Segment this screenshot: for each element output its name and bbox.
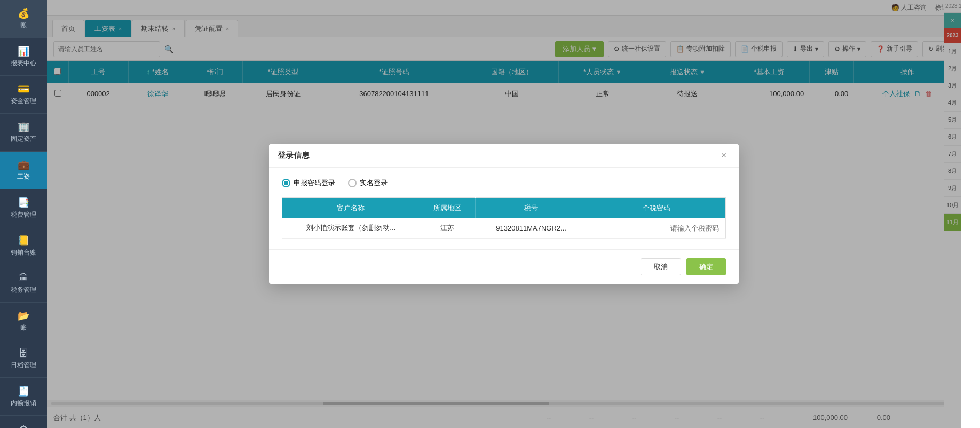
inner-cell-region: 江苏 xyxy=(420,218,475,239)
sidebar-item-报表中心[interactable]: 📊 报表中心 xyxy=(0,38,47,76)
报表-icon: 📊 xyxy=(0,45,47,57)
sidebar-item-日档管理[interactable]: 🗄 日档管理 xyxy=(0,340,47,378)
sidebar-item-税务管理[interactable]: 🏛 税务管理 xyxy=(0,265,47,303)
cancel-button[interactable]: 取消 xyxy=(641,258,681,275)
sidebar-item-内畅报销[interactable]: 🧾 内畅报销 xyxy=(0,378,47,416)
日档-icon: 🗄 xyxy=(0,348,47,359)
工资-icon: 💼 xyxy=(0,159,47,171)
sidebar-item-固定资产[interactable]: 🏢 固定资产 xyxy=(0,114,47,152)
modal-title: 登录信息 xyxy=(278,150,310,161)
sidebar: 💰 账 📊 报表中心 💳 资金管理 🏢 固定资产 💼 工资 📑 税费管理 📒 销… xyxy=(0,0,47,428)
modal-header: 登录信息 × xyxy=(269,144,739,168)
modal-body: 申报密码登录 实名登录 客户名称 所属地区 税号 个税密码 xyxy=(269,168,739,249)
sidebar-item-资金管理[interactable]: 💳 资金管理 xyxy=(0,76,47,114)
账-icon: 💰 xyxy=(0,7,47,19)
radio-group: 申报密码登录 实名登录 xyxy=(282,178,726,188)
固定资产-icon: 🏢 xyxy=(0,121,47,133)
radio-password-dot xyxy=(282,179,290,187)
税务-icon: 🏛 xyxy=(0,273,47,284)
confirm-button[interactable]: 确定 xyxy=(686,258,726,275)
modal: 登录信息 × 申报密码登录 实名登录 客户名称 所属 xyxy=(269,144,739,284)
报销-icon: 🧾 xyxy=(0,385,47,397)
sidebar-item-工资[interactable]: 💼 工资 xyxy=(0,152,47,189)
inner-col-taxid: 税号 xyxy=(475,198,587,218)
税费-icon: 📑 xyxy=(0,197,47,209)
inner-col-name: 客户名称 xyxy=(282,198,420,218)
inner-col-region: 所属地区 xyxy=(420,198,475,218)
password-input[interactable] xyxy=(594,224,719,232)
sidebar-item-税费管理[interactable]: 📑 税费管理 xyxy=(0,189,47,227)
inner-cell-password[interactable] xyxy=(587,218,726,239)
sidebar-item-设[interactable]: ⚙ 设 xyxy=(0,416,47,428)
sidebar-item-账[interactable]: 💰 账 xyxy=(0,0,47,38)
inner-col-password: 个税密码 xyxy=(587,198,726,218)
radio-realname-dot xyxy=(348,179,357,187)
inner-table-row: 刘小艳演示账套（勿删勿动... 江苏 91320811MA7NGR2... xyxy=(282,218,726,239)
sidebar-item-账2[interactable]: 📂 账 xyxy=(0,303,47,340)
inner-cell-taxid: 91320811MA7NGR2... xyxy=(475,218,587,239)
资金-icon: 💳 xyxy=(0,83,47,95)
设-icon: ⚙ xyxy=(0,423,47,428)
销-icon: 📒 xyxy=(0,235,47,247)
radio-realname-login[interactable]: 实名登录 xyxy=(348,178,388,188)
账2-icon: 📂 xyxy=(0,310,47,322)
modal-overlay: 登录信息 × 申报密码登录 实名登录 客户名称 所属 xyxy=(47,0,961,428)
modal-footer: 取消 确定 xyxy=(269,249,739,284)
modal-close-button[interactable]: × xyxy=(717,149,730,162)
radio-password-login[interactable]: 申报密码登录 xyxy=(282,178,335,188)
sidebar-item-销销台账[interactable]: 📒 销销台账 xyxy=(0,227,47,265)
right-sidebar xyxy=(961,0,980,428)
inner-cell-name: 刘小艳演示账套（勿删勿动... xyxy=(282,218,420,239)
inner-table: 客户名称 所属地区 税号 个税密码 刘小艳演示账套（勿删勿动... 江苏 913… xyxy=(282,197,726,239)
